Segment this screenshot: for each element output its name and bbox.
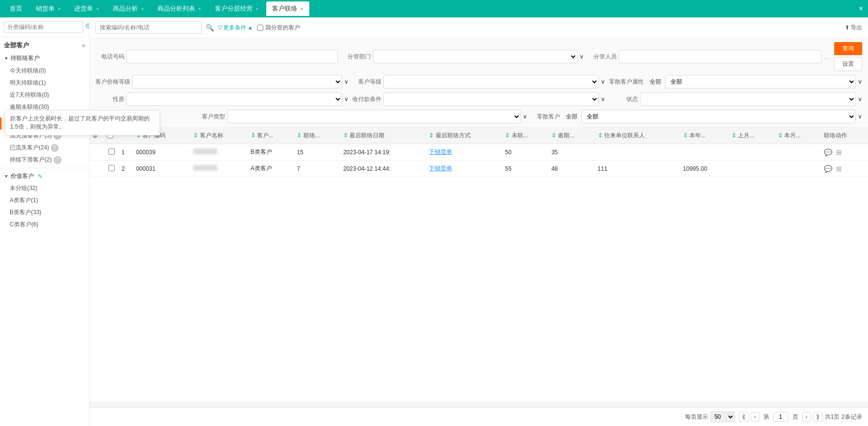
td-seq-1: 1: [119, 144, 133, 161]
sidebar-item-b-class[interactable]: B类客户(33): [0, 206, 89, 219]
gender-select[interactable]: [126, 92, 342, 106]
filter-search-icon[interactable]: 🔍: [206, 24, 214, 31]
td-check-1[interactable]: [104, 144, 119, 161]
sidebar-item-already-lost[interactable]: 已流失客户(24) ?: [0, 142, 89, 154]
filter-search-input[interactable]: [95, 21, 202, 34]
close-product-analysis-list-tab[interactable]: ×: [198, 6, 201, 12]
sidebar-item-7days[interactable]: 近7天待联络(0): [0, 89, 89, 101]
th-not-contacted: ⇕ 未联...: [502, 128, 548, 144]
value-customer-group[interactable]: ▼ 价值客户 ✎: [0, 170, 89, 182]
nav-tab-product-analysis[interactable]: 商品分析 ×: [107, 1, 150, 16]
more-conditions-button[interactable]: ▽ 更多条件 ▲: [218, 24, 253, 32]
per-page-label: 每页显示: [685, 413, 708, 421]
sidebar-search-input[interactable]: [4, 21, 83, 33]
retail-customer-select[interactable]: 全部: [581, 110, 856, 123]
menu-icon-1[interactable]: ⊞: [836, 148, 842, 156]
action-buttons: 查询 设置: [834, 42, 862, 71]
close-customer-tier-tab[interactable]: ×: [256, 6, 259, 12]
nav-tab-home[interactable]: 首页: [4, 1, 28, 16]
my-customers-filter[interactable]: 我分管的客户: [257, 24, 300, 32]
nav-tab-customer-tier[interactable]: 客户分层经营 ×: [209, 1, 264, 16]
customer-type-select[interactable]: [227, 110, 521, 123]
prev-page-button[interactable]: ‹: [751, 412, 760, 422]
action-icons-1: 💬 ⊞: [824, 148, 865, 156]
filter-row-4: ... 客户类型 ∨ 零散客户 全部 全部 ∨: [95, 110, 862, 123]
sidebar-item-c-class[interactable]: C类客户(6): [0, 219, 89, 231]
already-lost-help-icon[interactable]: ?: [51, 144, 59, 152]
status-select[interactable]: [640, 92, 856, 106]
retail-attr-select[interactable]: 全部: [665, 75, 856, 88]
customer-price-level-select[interactable]: [132, 75, 342, 88]
settings-button[interactable]: 设置: [834, 57, 862, 71]
sidebar-item-a-class[interactable]: A类客户(1): [0, 194, 89, 206]
td-last-contact-method-1[interactable]: 下销货单: [426, 144, 502, 161]
last-page-button[interactable]: ⟫: [813, 412, 823, 422]
row2-checkbox[interactable]: [108, 165, 115, 171]
td-last-contact-date-2: 2023-04-12 14:44:: [340, 161, 426, 177]
close-product-analysis-tab[interactable]: ×: [141, 6, 144, 12]
gender-chevron-icon: ∨: [344, 96, 349, 103]
branch-dept-select[interactable]: [373, 50, 578, 63]
per-page-select[interactable]: 10 20 50 100: [710, 411, 735, 422]
td-last-contact-method-2[interactable]: 下销货单: [426, 161, 502, 177]
my-customers-checkbox[interactable]: [257, 25, 263, 31]
horizontal-scrollbar[interactable]: [90, 401, 868, 407]
close-sales-tab[interactable]: ×: [58, 6, 61, 12]
retail-attr-chevron-icon: ∨: [858, 78, 862, 85]
blurred-name-2: [193, 165, 217, 171]
declining-help-icon[interactable]: ?: [54, 156, 61, 164]
sort-icon-this-month: ⇕: [778, 132, 783, 139]
contact-icon-2[interactable]: 💬: [824, 165, 832, 173]
pending-contact-group[interactable]: ▼ 待联络客户: [0, 52, 89, 65]
sort-icon-unit: ⇕: [598, 132, 603, 139]
contact-method-link-1[interactable]: 下销货单: [429, 148, 452, 155]
customer-table-area: ⚙ ⇕ 客户编码 ⇕ 客户名称 ⇕ 客户...: [90, 128, 868, 401]
th-unit-contacts: ⇕ 往来单位联系人: [595, 128, 680, 144]
first-page-button[interactable]: ⟪: [739, 412, 749, 422]
th-this-year: ⇕ 本年...: [680, 128, 729, 144]
row1-checkbox[interactable]: [108, 148, 115, 155]
sidebar-collapse-button[interactable]: «: [82, 42, 85, 49]
customer-level-chevron-icon: ∨: [601, 78, 605, 85]
nav-tab-purchase[interactable]: 进货单 ×: [68, 1, 105, 16]
close-purchase-tab[interactable]: ×: [96, 6, 99, 12]
filter-row-3: 性质 ∨ 收付款条件 ∨ 状态 ∨: [95, 92, 862, 106]
sort-icon-last-month: ⇕: [731, 132, 736, 139]
customer-price-level-field: 客户价格等级 ∨: [95, 75, 349, 88]
top-navigation: 首页 销货单 × 进货单 × 商品分析 × 商品分析列表 × 客户分层经营 × …: [0, 0, 868, 17]
sidebar-item-declining[interactable]: 持续下滑客户(2) ?: [0, 154, 89, 166]
close-all-button[interactable]: ×: [859, 4, 863, 13]
export-icon: ⬆: [845, 24, 850, 31]
nav-tab-customer-contact[interactable]: 客户联络 ×: [266, 1, 309, 16]
sidebar-search-bar: 🔍: [0, 17, 89, 37]
export-button[interactable]: ⬆ 导出: [845, 24, 862, 32]
value-edit-icon[interactable]: ✎: [38, 173, 43, 180]
branch-dept-field: 分管部门 ∨: [342, 50, 584, 63]
th-name: ⇕ 客户名称: [190, 128, 247, 144]
td-this-month-2: [775, 161, 822, 177]
nav-tab-sales[interactable]: 销货单 ×: [30, 1, 66, 16]
menu-icon-2[interactable]: ⊞: [836, 165, 842, 173]
nav-tab-product-analysis-list[interactable]: 商品分析列表 ×: [152, 1, 207, 16]
td-check-2[interactable]: [104, 161, 119, 177]
sidebar-item-unclassified[interactable]: 未分组(32): [0, 182, 89, 194]
sidebar-item-tomorrow[interactable]: 明天待联络(1): [0, 77, 89, 89]
payment-terms-select[interactable]: [383, 92, 599, 106]
close-customer-contact-tab[interactable]: ×: [300, 6, 303, 12]
th-contact: ⇕ 联络...: [294, 128, 340, 144]
sidebar-search-icon[interactable]: 🔍: [85, 23, 90, 31]
page-suffix-label: 页: [792, 413, 798, 421]
branch-person-more-icon[interactable]: …: [823, 53, 830, 60]
phone-input[interactable]: [126, 50, 338, 63]
next-page-button[interactable]: ›: [802, 412, 811, 422]
branch-person-input[interactable]: [619, 50, 822, 63]
contact-method-link-2[interactable]: 下销货单: [429, 165, 452, 172]
sidebar-item-today[interactable]: 今天待联络(0): [0, 65, 89, 77]
query-button[interactable]: 查询: [834, 42, 862, 55]
td-code-1: 000039: [133, 144, 190, 161]
page-number-input[interactable]: [773, 412, 789, 422]
content-area: 🔍 ▽ 更多条件 ▲ 我分管的客户 ⬆ 导出 电话号码: [90, 17, 868, 426]
contact-icon-1[interactable]: 💬: [824, 148, 832, 156]
pagination-nav: ⟪ ‹ 第 页 › ⟫ 共1页 2条记录: [739, 412, 862, 422]
customer-level-select[interactable]: [383, 75, 599, 88]
